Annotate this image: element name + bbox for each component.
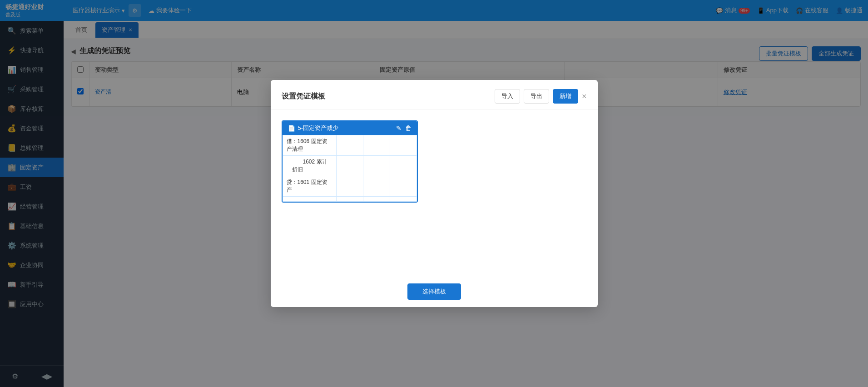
modal-set-template: 设置凭证模板 导入 导出 新增 × 📄 5-固定资产减少	[271, 80, 598, 307]
select-template-button[interactable]: 选择模板	[407, 283, 461, 300]
modal-title: 设置凭证模板	[282, 92, 325, 101]
entry-col2-4	[336, 197, 363, 202]
template-card-header: 📄 5-固定资产减少 ✎ 🗑	[283, 121, 417, 135]
modal-footer: 选择模板	[271, 276, 598, 307]
template-entry-row	[283, 197, 417, 202]
template-card: 📄 5-固定资产减少 ✎ 🗑 借：1606 固定资产清理	[282, 120, 418, 203]
template-doc-icon: 📄	[288, 125, 295, 132]
template-delete-button[interactable]: 🗑	[405, 124, 412, 132]
entry-direction-3: 贷：1601 固定资产	[283, 176, 336, 197]
entry-col4-1	[390, 135, 417, 156]
modal-header: 设置凭证模板 导入 导出 新增 ×	[271, 80, 598, 109]
entry-direction-2: 1602 累计折旧	[283, 156, 336, 176]
template-entry-row: 1602 累计折旧	[283, 156, 417, 176]
entry-col2-2	[336, 156, 363, 176]
entry-direction-1: 借：1606 固定资产清理	[283, 135, 336, 156]
import-button[interactable]: 导入	[495, 89, 520, 104]
entry-col4-4	[390, 197, 417, 202]
entry-empty	[283, 197, 336, 202]
template-card-header-left: 📄 5-固定资产减少	[288, 124, 339, 132]
template-name: 5-固定资产减少	[298, 124, 339, 132]
new-button[interactable]: 新增	[553, 89, 578, 104]
template-edit-button[interactable]: ✎	[396, 124, 402, 132]
entry-col2-1	[336, 135, 363, 156]
entry-col3-1	[363, 135, 390, 156]
entry-col3-2	[363, 156, 390, 176]
entry-col3-3	[363, 176, 390, 197]
entry-col4-2	[390, 156, 417, 176]
modal-overlay: 设置凭证模板 导入 导出 新增 × 📄 5-固定资产减少	[0, 0, 868, 387]
template-entry-row: 借：1606 固定资产清理	[283, 135, 417, 156]
modal-top-actions: 导入 导出 新增	[495, 89, 578, 104]
entry-col2-3	[336, 176, 363, 197]
entry-col3-4	[363, 197, 390, 202]
template-entry-row: 贷：1601 固定资产	[283, 176, 417, 197]
template-card-header-actions: ✎ 🗑	[396, 124, 412, 132]
template-entries-table: 借：1606 固定资产清理 1602 累计折旧 贷：16	[283, 135, 417, 202]
modal-body: 📄 5-固定资产减少 ✎ 🗑 借：1606 固定资产清理	[271, 109, 598, 276]
entry-col4-3	[390, 176, 417, 197]
export-button[interactable]: 导出	[524, 89, 549, 104]
modal-close-button[interactable]: ×	[582, 92, 587, 100]
